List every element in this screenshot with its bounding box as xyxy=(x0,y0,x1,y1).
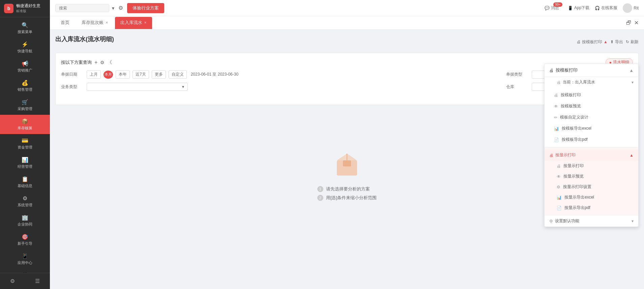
sidebar-item-basic-info[interactable]: 📋 基础信息 xyxy=(0,173,50,192)
tab-batch-close[interactable]: × xyxy=(106,20,108,25)
tab-home[interactable]: 首页 xyxy=(55,17,75,29)
dropdown-title: 按模板打印 xyxy=(556,67,578,73)
sidebar-item-guide[interactable]: 🎯 新手引导 xyxy=(0,230,50,249)
message-icon: 💬 xyxy=(545,6,550,10)
enterprise-icon: 🏢 xyxy=(22,214,28,221)
footer-chevron: ▾ xyxy=(632,219,634,224)
marketing-icon: 📢 xyxy=(22,60,28,67)
topbar-dropdown-btn[interactable]: ▾ xyxy=(112,5,114,11)
chevron-up-icon: ▲ xyxy=(604,40,608,44)
filter-collapse-btn[interactable]: 《 xyxy=(107,59,112,65)
display-print-label: 按显示打印 xyxy=(563,163,584,169)
sidebar-item-finance[interactable]: 💳 资金管理 xyxy=(0,134,50,153)
display-preview-icon: 👁 xyxy=(557,174,561,179)
date-btn-more[interactable]: 更多 xyxy=(152,70,166,79)
tab-home-label: 首页 xyxy=(61,20,69,26)
template-pdf-item[interactable]: 📄 按模板导出pdf xyxy=(545,134,638,145)
dropdown-footer[interactable]: ⚙ 设置默认功能 ▾ xyxy=(545,215,638,227)
template-pdf-icon: 📄 xyxy=(554,137,559,142)
window-close-btn[interactable]: ✕ xyxy=(634,20,639,26)
warehouse-label: 仓库 xyxy=(506,84,526,90)
date-btn-7days[interactable]: 近7天 xyxy=(133,70,149,79)
sidebar-nav: 🔍 搜索菜单 ⚡ 快捷导航 📢 营销推广 💰 销售管理 🛒 采购管理 📦 库存核… xyxy=(0,17,50,273)
dropdown-up-icon[interactable]: ▲ xyxy=(629,68,634,73)
empty-step-2: 2 用[选]条件来缩小分析范围 xyxy=(317,195,377,201)
refresh-btn[interactable]: ↻ 刷新 xyxy=(626,39,639,45)
sidebar-item-quick-nav[interactable]: ⚡ 快捷导航 xyxy=(0,38,50,57)
topbar-gear-icon[interactable]: ⚙ xyxy=(117,3,124,12)
step-1-text: 请先选择要分析的方案 xyxy=(326,186,370,192)
sidebar-settings-btn[interactable]: ⚙ xyxy=(7,277,18,286)
online-service-btn[interactable]: 🎧 在线客服 xyxy=(595,5,617,11)
app-download-label: App下载 xyxy=(574,5,589,11)
current-chevron: ▾ xyxy=(632,80,634,85)
display-excel-item[interactable]: 📊 按显示导出excel xyxy=(545,192,638,203)
sidebar-item-app-center[interactable]: 📱 应用中心 xyxy=(0,249,50,269)
sidebar-item-sales[interactable]: 💰 销售管理 xyxy=(0,76,50,96)
display-pdf-icon: 📄 xyxy=(557,206,562,210)
topbar-left: ▾ ⚙ 体验行业方案 xyxy=(55,3,545,13)
avatar xyxy=(623,3,632,13)
quick-nav-icon: ⚡ xyxy=(22,41,28,48)
template-preview-icon: 👁 xyxy=(554,104,558,109)
date-label: 单据日期 xyxy=(61,72,81,77)
sidebar-item-inventory[interactable]: 📦 库存核算 xyxy=(0,115,50,134)
template-preview-item[interactable]: 👁 按模板预览 xyxy=(545,101,638,112)
display-pdf-item[interactable]: 📄 按显示导出pdf xyxy=(545,203,638,213)
export-btn[interactable]: ⬆ 导出 xyxy=(610,39,623,45)
date-btn-this-month[interactable]: 本月 xyxy=(104,71,113,79)
sidebar-item-purchase[interactable]: 🛒 采购管理 xyxy=(0,96,50,115)
page-title: 出入库流水(流水明细) xyxy=(55,35,114,43)
topbar-right: 💬 消息 99+ 📱 App下载 🎧 在线客服 Rit xyxy=(545,3,639,13)
display-print-header[interactable]: 🖨 按显示打印 ▲ xyxy=(545,150,638,161)
topbar-search-input[interactable] xyxy=(55,4,109,12)
template-excel-item[interactable]: 📊 按模板导出excel xyxy=(545,123,638,134)
user-area[interactable]: Rit xyxy=(623,3,639,13)
step-num-2: 2 xyxy=(317,195,323,201)
sidebar-item-label: 新手引导 xyxy=(18,241,32,246)
page-header-right: 🖨 按模板打印 ▲ ⬆ 导出 ↻ 刷新 xyxy=(577,39,639,45)
app-edition: 标准版 xyxy=(16,9,40,14)
date-btn-custom[interactable]: 自定义 xyxy=(169,70,187,79)
sidebar-item-label: 资金管理 xyxy=(18,145,32,150)
sidebar-item-label: 采购管理 xyxy=(18,106,32,111)
date-btn-last-month[interactable]: 上月 xyxy=(87,70,101,79)
template-print-item[interactable]: 🖨 按模板打印 xyxy=(545,89,638,101)
date-btn-this-year[interactable]: 本年 xyxy=(116,70,130,79)
template-custom-item[interactable]: ✏ 模板自定义设计 xyxy=(545,112,638,123)
sidebar-item-operations[interactable]: 📊 经营管理 xyxy=(0,153,50,173)
filter-add-btn[interactable]: + xyxy=(94,59,97,65)
tab-flow-close[interactable]: × xyxy=(144,20,147,25)
template-pdf-label: 按模板导出pdf xyxy=(562,137,588,142)
window-restore-btn[interactable]: 🗗 xyxy=(626,20,632,26)
template-print-label: 按模板打印 xyxy=(561,92,581,98)
display-settings-item[interactable]: ⚙ 按显示打印设置 xyxy=(545,182,638,192)
app-download-btn[interactable]: 📱 App下载 xyxy=(568,5,589,11)
topbar: ▾ ⚙ 体验行业方案 💬 消息 99+ 📱 App下载 🎧 在线客服 Rit xyxy=(50,0,644,16)
refresh-icon: ↻ xyxy=(626,40,629,44)
messages-badge: 99+ xyxy=(553,2,562,7)
sidebar-menu-btn[interactable]: ☰ xyxy=(32,277,42,286)
sidebar-item-marketing[interactable]: 📢 营销推广 xyxy=(0,57,50,76)
print-template-btn[interactable]: 🖨 按模板打印 ▲ xyxy=(577,39,608,45)
business-type-select[interactable]: ▾ xyxy=(87,83,188,91)
guide-icon: 🎯 xyxy=(22,234,28,240)
display-preview-item[interactable]: 👁 按显示预览 xyxy=(545,171,638,182)
app-logo-icon: b xyxy=(4,4,13,13)
empty-illustration xyxy=(330,147,364,181)
sidebar-item-enterprise[interactable]: 🏢 企业协同 xyxy=(0,211,50,230)
tab-flow[interactable]: 出入库流水 × xyxy=(115,17,152,29)
messages-btn[interactable]: 💬 消息 99+ xyxy=(545,5,559,11)
display-print-item[interactable]: 🖨 按显示打印 xyxy=(545,161,638,171)
display-excel-icon: 📊 xyxy=(557,195,562,200)
sidebar-logo: b 畅捷通好生意 标准版 xyxy=(0,0,50,17)
sidebar-item-weixin[interactable]: 💬 企业微信 xyxy=(0,269,50,273)
filter-settings-btn[interactable]: ⚙ xyxy=(100,60,105,65)
current-icon: 🖨 xyxy=(557,80,561,85)
display-settings-icon: ⚙ xyxy=(557,185,560,189)
sidebar-item-search[interactable]: 🔍 搜索菜单 xyxy=(0,19,50,38)
sidebar-item-system[interactable]: ⚙ 系统管理 xyxy=(0,192,50,211)
business-dropdown-icon: ▾ xyxy=(182,84,184,89)
industry-btn[interactable]: 体验行业方案 xyxy=(127,3,164,13)
tab-batch[interactable]: 库存批次账 × xyxy=(76,17,114,29)
